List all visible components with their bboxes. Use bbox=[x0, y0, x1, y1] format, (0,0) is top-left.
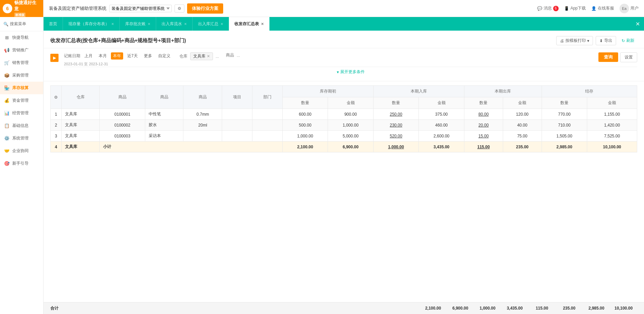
filter-main: 记账日期 上月 本月 本年 近7天 更多 自定义 2023-01-01 至 20… bbox=[64, 52, 637, 77]
tab-home[interactable]: 首页 bbox=[44, 17, 63, 31]
sidebar-item-basic[interactable]: 📋 基础信息 bbox=[0, 119, 43, 132]
guide-icon: 🎯 bbox=[4, 161, 10, 166]
export-button[interactable]: ⬇ 导出 bbox=[596, 36, 616, 45]
date-btn-this-month[interactable]: 本月 bbox=[97, 52, 109, 60]
subtotal-out-qty[interactable]: 115.00 bbox=[464, 142, 503, 152]
tab-receive-send-summary[interactable]: 收发存汇总表 ✕ bbox=[229, 17, 269, 31]
row-out-qty[interactable]: 20.00 bbox=[464, 120, 503, 131]
sidebar-item-system[interactable]: ⚙️ 系统管理 bbox=[0, 132, 43, 145]
bottom-total-bar: 合计 2,100.00 6,900.00 1,000.00 3,435.00 1… bbox=[44, 302, 644, 314]
subtotal-in-amount: 3,435.00 bbox=[419, 142, 464, 152]
row-no: 2 bbox=[51, 120, 62, 131]
purchase-icon: 📦 bbox=[4, 73, 10, 78]
system-icon: ⚙️ bbox=[4, 136, 10, 141]
close-tab-inout-flow[interactable]: ✕ bbox=[184, 22, 187, 26]
sidebar-item-inventory[interactable]: 🏪 库存核算 bbox=[0, 82, 43, 94]
row-in-qty[interactable]: 230.00 bbox=[373, 120, 419, 131]
row-goods-code: 0100001 bbox=[100, 109, 145, 120]
service-icon: 👤 bbox=[591, 6, 596, 11]
th-settings[interactable]: ⚙ bbox=[51, 86, 62, 109]
message-item[interactable]: 💬 消息 6 bbox=[537, 5, 559, 11]
sidebar-item-marketing[interactable]: 📢 营销推广 bbox=[0, 44, 43, 56]
sidebar-item-sales[interactable]: 🛒 销售管理 bbox=[0, 56, 43, 69]
date-btn-custom[interactable]: 自定义 bbox=[156, 52, 172, 60]
finance-icon: 💰 bbox=[4, 98, 10, 103]
close-tab-receive-send[interactable]: ✕ bbox=[261, 22, 264, 26]
sidebar-item-label: 新手引导 bbox=[12, 161, 29, 166]
total-values: 2,100.00 6,900.00 1,000.00 3,435.00 115.… bbox=[419, 304, 637, 312]
warehouse-more[interactable]: ... bbox=[216, 54, 219, 59]
logo-text: 畅捷通好生意 标准版 bbox=[14, 0, 40, 18]
print-label: 按模板打印 bbox=[565, 38, 586, 44]
subtotal-label: 小计 bbox=[100, 142, 282, 152]
logo-title: 畅捷通好生意 bbox=[14, 0, 40, 12]
expand-more-btn[interactable]: ▾ 展开更多条件 bbox=[64, 67, 637, 77]
row-warehouse: 文具库 bbox=[62, 131, 100, 142]
goods-filter-section: 商品 ... bbox=[226, 52, 240, 58]
main-area: 装备及固定资产辅助管理系统 装备及固定资产辅助管理系统 ⚙ 体验行业方案 💬 消… bbox=[44, 0, 644, 314]
search-label: 搜索菜单 bbox=[10, 21, 26, 27]
th-in-amount: 金额 bbox=[419, 97, 464, 109]
subtotal-in-qty[interactable]: 1,000.00 bbox=[373, 142, 419, 152]
row-department bbox=[252, 109, 282, 120]
row-in-qty[interactable]: 250.00 bbox=[373, 109, 419, 120]
sidebar-item-management[interactable]: 📊 经营管理 bbox=[0, 107, 43, 119]
sidebar-item-finance[interactable]: 💰 资金管理 bbox=[0, 94, 43, 107]
subtotal-out-amount: 235.00 bbox=[503, 142, 542, 152]
online-service-item[interactable]: 👤 在线客服 bbox=[591, 5, 614, 11]
row-project bbox=[222, 109, 252, 120]
tab-batch-account[interactable]: 库存批次账 ✕ bbox=[120, 17, 156, 31]
sidebar-item-purchase[interactable]: 📦 采购管理 bbox=[0, 69, 43, 82]
row-in-qty[interactable]: 520.00 bbox=[373, 131, 419, 142]
date-btn-this-year[interactable]: 本年 bbox=[111, 52, 123, 60]
warehouse-tag-close[interactable]: ✕ bbox=[207, 54, 210, 59]
sidebar-item-label: 采购管理 bbox=[12, 72, 29, 78]
goods-label: 商品 bbox=[226, 52, 234, 58]
tab-inout-flow[interactable]: 出入库流水 ✕ bbox=[156, 17, 193, 31]
trial-button[interactable]: 体验行业方案 bbox=[187, 3, 223, 14]
date-btn-more[interactable]: 更多 bbox=[142, 52, 154, 60]
sidebar-item-quick-nav[interactable]: ⊞ 快捷导航 bbox=[0, 31, 43, 44]
tab-stock-distribution[interactable]: 现存量（库存分布表） ✕ bbox=[63, 17, 120, 31]
system-title: 装备及固定资产辅助管理系统 bbox=[49, 5, 106, 12]
row-goods-spec: 20ml bbox=[183, 120, 222, 131]
close-tab-batch[interactable]: ✕ bbox=[148, 22, 150, 26]
online-service-label: 在线客服 bbox=[598, 5, 614, 11]
system-select[interactable]: 装备及固定资产辅助管理系统 bbox=[109, 5, 172, 12]
content-inner: 收发存汇总表(按仓库+商品编码+商品+规格型号+项目+部门) 🖨 按模板打印 ▾… bbox=[44, 31, 644, 302]
query-button[interactable]: 查询 bbox=[598, 52, 618, 62]
th-in: 本期入库 bbox=[373, 86, 464, 97]
sidebar: 6 畅捷通好生意 标准版 🔍 搜索菜单 ⊞ 快捷导航 📢 营销推广 🛒 销售管理… bbox=[0, 0, 44, 314]
refresh-button[interactable]: ↻ 刷新 bbox=[619, 36, 637, 45]
row-out-qty[interactable]: 15.00 bbox=[464, 131, 503, 142]
query-buttons: 查询 设置 bbox=[598, 52, 637, 62]
row-out-qty[interactable]: 80.00 bbox=[464, 109, 503, 120]
search-menu-button[interactable]: 🔍 搜索菜单 bbox=[3, 20, 40, 28]
date-btn-7days[interactable]: 近7天 bbox=[125, 52, 140, 60]
page-header: 收发存汇总表(按仓库+商品编码+商品+规格型号+项目+部门) 🖨 按模板打印 ▾… bbox=[44, 31, 644, 48]
close-tab-stock-dist[interactable]: ✕ bbox=[111, 22, 114, 26]
filter-settings-button[interactable]: 设置 bbox=[620, 52, 637, 62]
app-download-item[interactable]: 📱 App下载 bbox=[564, 5, 586, 11]
expand-icon: ▾ bbox=[337, 70, 339, 75]
goods-more[interactable]: ... bbox=[237, 53, 240, 58]
avatar: Ea bbox=[620, 4, 629, 13]
th-goods-spec: 商品 bbox=[183, 86, 222, 109]
print-button[interactable]: 🖨 按模板打印 ▾ bbox=[556, 36, 593, 45]
tab-inout-summary[interactable]: 出入库汇总 ✕ bbox=[193, 17, 229, 31]
user-item[interactable]: Ea 用户 bbox=[620, 4, 639, 13]
sidebar-item-enterprise[interactable]: 🤝 企业协同 bbox=[0, 145, 43, 157]
data-table: ⚙ 仓库 商品 商品 商品 项目 部门 库存期初 本期入库 本期出库 结存 bbox=[50, 85, 637, 152]
user-label: 用户 bbox=[630, 5, 639, 11]
expand-more-label: 展开更多条件 bbox=[340, 69, 365, 75]
close-all-tabs[interactable]: ✕ bbox=[631, 21, 644, 27]
sidebar-item-guide[interactable]: 🎯 新手引导 bbox=[0, 157, 43, 170]
page-title: 收发存汇总表(按仓库+商品编码+商品+规格型号+项目+部门) bbox=[50, 37, 186, 44]
date-btn-last-month[interactable]: 上月 bbox=[82, 52, 95, 60]
settings-button[interactable]: ⚙ bbox=[175, 4, 184, 13]
row-goods-code: 0100002 bbox=[100, 120, 145, 131]
phone-icon: 📱 bbox=[564, 6, 569, 11]
close-tab-inout-summary[interactable]: ✕ bbox=[220, 22, 223, 26]
marketing-icon: 📢 bbox=[4, 48, 10, 53]
filter-arrow-btn[interactable]: ▶ bbox=[50, 54, 59, 62]
